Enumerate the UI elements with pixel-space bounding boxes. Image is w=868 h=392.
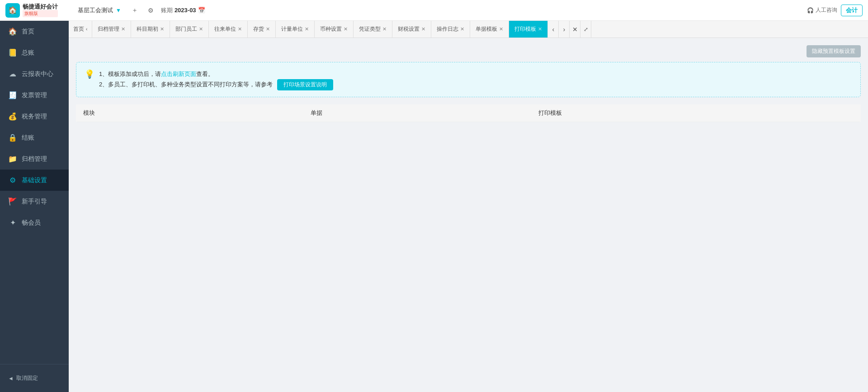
settle-icon: 🔒 xyxy=(8,133,17,142)
invoice-icon: 🧾 xyxy=(8,91,17,99)
settings-icon: ⚙ xyxy=(8,176,17,184)
tab-label-subject-init: 科目期初 xyxy=(137,25,158,33)
table-header: 模块 单据 打印模板 xyxy=(76,104,861,122)
tab-close-subject-init[interactable]: ✕ xyxy=(160,26,164,32)
sidebar-item-invoice[interactable]: 🧾 发票管理 xyxy=(0,85,69,106)
print-template-table: 模块 单据 打印模板 xyxy=(76,104,861,122)
tab-close-all-button[interactable]: ✕ xyxy=(570,21,580,38)
lightbulb-icon: 💡 xyxy=(85,69,94,79)
sidebar-item-settings[interactable]: ⚙ 基础设置 xyxy=(0,170,69,191)
tab-home[interactable]: 首页 ‹ xyxy=(69,21,92,38)
tab-close-inventory[interactable]: ✕ xyxy=(266,26,270,32)
info-box: 💡 1、模板添加成功后，请点击刷新页面查看。 2、多员工、多打印机、多种业务类型… xyxy=(76,62,861,97)
tab-label-tax-settings: 财税设置 xyxy=(398,25,420,33)
dropdown-arrow-icon: ▼ xyxy=(116,7,121,14)
header-right: 🎧 人工咨询 会计 xyxy=(807,5,863,16)
sidebar-item-guide[interactable]: 🚩 新手引导 xyxy=(0,191,69,212)
tab-close-op-log[interactable]: ✕ xyxy=(460,26,464,32)
period-label: 账期 xyxy=(161,6,173,14)
tab-close-tax-settings[interactable]: ✕ xyxy=(421,26,425,32)
period-value: 2023-03 xyxy=(175,7,196,14)
col-bill: 单据 xyxy=(303,104,531,122)
service-label: 人工咨询 xyxy=(816,6,837,14)
tab-close-archive-mgmt[interactable]: ✕ xyxy=(121,26,125,32)
sidebar-label-invoice: 发票管理 xyxy=(22,91,47,99)
tab-close-dept-staff[interactable]: ✕ xyxy=(199,26,203,32)
tab-currency[interactable]: 币种设置 ✕ xyxy=(315,21,354,38)
sidebar-item-ledger[interactable]: 📒 总账 xyxy=(0,42,69,63)
tab-voucher-type[interactable]: 凭证类型 ✕ xyxy=(354,21,392,38)
ledger-icon: 📒 xyxy=(8,48,17,57)
tab-dept-staff[interactable]: 部门员工 ✕ xyxy=(170,21,209,38)
tab-close-voucher-type[interactable]: ✕ xyxy=(382,26,387,32)
sidebar-label-ledger: 总账 xyxy=(22,49,34,57)
table-header-row: 模块 单据 打印模板 xyxy=(76,104,861,122)
refresh-link[interactable]: 点击刷新页面 xyxy=(161,71,196,77)
tab-archive-mgmt[interactable]: 归档管理 ✕ xyxy=(92,21,131,38)
page-content: 隐藏预置模板设置 💡 1、模板添加成功后，请点击刷新页面查看。 2、多员工、多打… xyxy=(69,38,868,392)
add-button[interactable]: ＋ xyxy=(128,4,141,17)
sidebar-item-home[interactable]: 🏠 首页 xyxy=(0,21,69,42)
logo-area: 🏠 畅捷通好会计 旗舰版 xyxy=(5,3,74,18)
cloud-icon: ☁ xyxy=(8,70,17,78)
tab-next-button[interactable]: › xyxy=(559,21,570,38)
tab-subject-init[interactable]: 科目期初 ✕ xyxy=(131,21,170,38)
explain-button[interactable]: 打印场景设置说明 xyxy=(277,79,333,90)
sidebar-label-member: 畅会员 xyxy=(22,219,41,227)
main-layout: 🏠 首页 📒 总账 ☁ 云报表中心 🧾 发票管理 💰 税务管理 🔒 结账 📁 归… xyxy=(0,21,868,392)
tab-unit[interactable]: 计量单位 ✕ xyxy=(276,21,315,38)
cancel-pin-button[interactable]: ◄ 取消固定 xyxy=(0,370,69,387)
sidebar-item-tax[interactable]: 💰 税务管理 xyxy=(0,106,69,127)
header-actions: ＋ ⚙ xyxy=(128,4,157,17)
guide-icon: 🚩 xyxy=(8,197,17,206)
content-area: 首页 ‹ 归档管理 ✕ 科目期初 ✕ 部门员工 ✕ 往来单位 ✕ 存货 ✕ xyxy=(69,21,868,392)
calendar-icon[interactable]: 📅 xyxy=(198,7,205,14)
info-line1-prefix: 1、模板添加成功后，请 xyxy=(99,71,161,77)
tab-expand-button[interactable]: ⤢ xyxy=(580,21,591,38)
col-module: 模块 xyxy=(76,104,303,122)
sidebar-item-settle[interactable]: 🔒 结账 xyxy=(0,127,69,148)
archive-icon: 📁 xyxy=(8,155,17,163)
sidebar-item-archive[interactable]: 📁 归档管理 xyxy=(0,148,69,170)
app-subtitle: 旗舰版 xyxy=(23,10,58,17)
tab-close-print-template[interactable]: ✕ xyxy=(538,26,542,32)
tab-label-print-template: 打印模板 xyxy=(514,25,536,33)
tab-label-unit: 计量单位 xyxy=(281,25,303,33)
sidebar-item-member[interactable]: ✦ 畅会员 xyxy=(0,212,69,233)
tax-icon: 💰 xyxy=(8,112,17,121)
tab-op-log[interactable]: 操作日志 ✕ xyxy=(431,21,470,38)
tab-label-op-log: 操作日志 xyxy=(437,25,458,33)
kuaiji-button[interactable]: 会计 xyxy=(841,5,863,16)
tab-label-dept-staff: 部门员工 xyxy=(175,25,197,33)
tab-label-voucher-type: 凭证类型 xyxy=(359,25,381,33)
pin-icon: ◄ xyxy=(8,375,14,382)
service-button[interactable]: 🎧 人工咨询 xyxy=(807,6,837,14)
tab-tax-settings[interactable]: 财税设置 ✕ xyxy=(392,21,431,38)
home-icon: 🏠 xyxy=(8,27,17,36)
info-content: 1、模板添加成功后，请点击刷新页面查看。 2、多员工、多打印机、多种业务类型设置… xyxy=(99,69,333,90)
info-line2-prefix: 2、多员工、多打印机、多种业务类型设置不同打印方案等，请参考 xyxy=(99,81,273,88)
info-line1: 1、模板添加成功后，请点击刷新页面查看。 xyxy=(99,69,333,79)
settings-button[interactable]: ⚙ xyxy=(145,4,157,17)
tab-label-counterpart: 往来单位 xyxy=(214,25,236,33)
home-tab-label: 首页 xyxy=(73,25,84,33)
tab-close-unit[interactable]: ✕ xyxy=(305,26,309,32)
tab-bill-template[interactable]: 单据模板 ✕ xyxy=(470,21,509,38)
tab-counterpart[interactable]: 往来单位 ✕ xyxy=(209,21,248,38)
sidebar-item-reports[interactable]: ☁ 云报表中心 xyxy=(0,63,69,85)
page-top-actions: 隐藏预置模板设置 xyxy=(76,45,861,57)
company-name: 基层工会测试 xyxy=(78,6,113,14)
company-selector[interactable]: 基层工会测试 ▼ xyxy=(74,5,125,16)
tab-label-archive-mgmt: 归档管理 xyxy=(98,25,119,33)
tab-prev-button[interactable]: ‹ xyxy=(548,21,559,38)
tab-inventory[interactable]: 存货 ✕ xyxy=(248,21,276,38)
sidebar-label-archive: 归档管理 xyxy=(22,155,47,163)
sidebar-label-reports: 云报表中心 xyxy=(22,70,53,78)
tab-print-template[interactable]: 打印模板 ✕ xyxy=(509,21,548,38)
tab-close-currency[interactable]: ✕ xyxy=(344,26,348,32)
tab-close-bill-template[interactable]: ✕ xyxy=(499,26,503,32)
chevron-left-icon[interactable]: ‹ xyxy=(86,27,87,32)
hide-template-button[interactable]: 隐藏预置模板设置 xyxy=(807,45,861,57)
tab-close-counterpart[interactable]: ✕ xyxy=(238,26,242,32)
top-header: 🏠 畅捷通好会计 旗舰版 基层工会测试 ▼ ＋ ⚙ 账期 2023-03 📅 🎧… xyxy=(0,0,868,21)
